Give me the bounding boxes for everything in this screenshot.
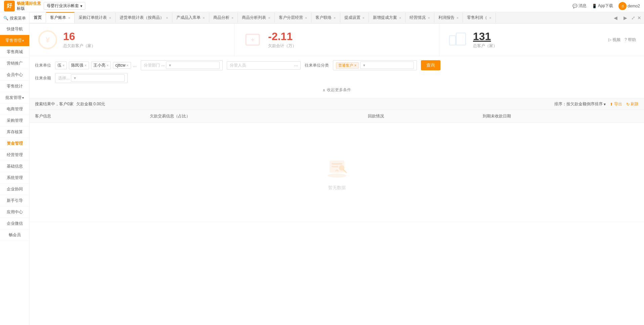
filter-tag-close-chen[interactable]: × [84,63,86,67]
stat-icon-debt: ¥ [38,30,58,50]
search-icon: 🔍 [3,16,8,21]
help-link[interactable]: ? 帮助 [625,37,636,43]
filter-tag-close-wang[interactable]: × [106,63,109,67]
table-head: 客户信息 欠款交易信息（占比） 回款情况 到期未收款日期 [30,110,644,123]
svg-text:¥: ¥ [46,36,50,44]
sidebar-item-retail-mgmt[interactable]: 零售管理 ▾ [0,35,29,46]
stat-label-customers: 总欠款客户（家） [63,43,95,49]
chevron-down-icon: ▾ [80,4,82,8]
tab-cost-inbound[interactable]: 产成品入库单 × [172,13,209,23]
video-link[interactable]: ▷ 视频 [608,37,620,43]
logo-icon: 好 [4,1,15,11]
stat-total-debt-amount: + -2.11 欠款合计（万） [234,24,439,56]
user-profile[interactable]: d demo2 [618,2,640,10]
sidebar-item-inventory[interactable]: 库存核算 [0,127,29,138]
tab-product-analysis-list[interactable]: 商品分析列表 × [238,13,274,23]
filter-balance-select[interactable]: 选择... ▾ [55,73,128,83]
sidebar-item-batch-mgmt[interactable]: 批发管理 ▾ [0,92,29,104]
sidebar-item-basic-info[interactable]: 基础信息 [0,161,29,172]
sidebar-search[interactable]: 🔍 搜索菜单 [0,12,29,24]
filter-tag-cjttcw: cjttcw × [113,62,131,69]
tab-prev-btn[interactable]: ◀ [612,15,619,21]
app-download-link[interactable]: 📱 App下载 [592,3,613,9]
sidebar-item-retail-mall[interactable]: 零售商城 [0,46,29,58]
filter-more-btn[interactable]: ... [133,63,137,68]
tab-boost-settings[interactable]: 提成设置 × [340,13,369,23]
cat-tag-close[interactable]: × [354,63,356,67]
table-header-row: 客户信息 欠款交易信息（占比） 回款情况 到期未收款日期 [30,110,644,123]
filter-row-1: 往来单位 伍 × 陈民强 × 王小亮 × [35,60,639,70]
filter-person-select[interactable]: 分管人员 ··· [227,61,301,70]
tab-home[interactable]: 首页 [30,13,46,23]
collapse-btn[interactable]: ∧ 收起更多条件 [35,86,639,94]
tab-close-retail-profit[interactable]: × [489,16,491,20]
refresh-button[interactable]: ↻ 刷新 [626,101,639,107]
filter-person-more: ··· [294,63,298,68]
tab-profit-report[interactable]: 利润报告 × [434,13,463,23]
stat-icon-total [447,30,468,50]
tab-close-cost-inbound[interactable]: × [203,16,205,20]
tab-close-new-boost-plan[interactable]: × [399,16,401,20]
tab-close-product-analysis[interactable]: × [231,16,233,20]
tab-product-analysis[interactable]: 商品分析 × [209,13,238,23]
stat-icon-amount: + [243,30,263,50]
sidebar-item-finance[interactable]: 资金管理 [0,138,29,149]
sidebar-item-enterprise-wechat[interactable]: 企业微信 [0,218,29,229]
query-button[interactable]: 查询 [421,60,440,70]
stat-value-total: 131 [473,31,497,42]
tab-close-customer-contact[interactable]: × [334,16,336,20]
sidebar-item-new-guide[interactable]: 新手引导 [0,195,29,207]
message-icon: 💬 [572,4,577,8]
tab-close-all-btn[interactable]: ✕ [637,15,641,21]
sidebar-item-operation[interactable]: 经营管理 [0,149,29,161]
tab-retail-profit[interactable]: 零售利润（ × [463,13,496,23]
sidebar-item-retail-stats[interactable]: 零售统计 [0,81,29,92]
empty-state: 暂无数据 [35,127,639,218]
tab-next-btn[interactable]: ▶ [621,15,629,21]
tab-close-operation-status[interactable]: × [428,16,430,20]
sidebar-item-marketing[interactable]: 营销推广 [0,58,29,69]
tab-inbound-stats[interactable]: 进货单统计表（按商品） × [116,13,172,23]
sort-button[interactable]: 排序：按欠款金额倒序排序 ▾ [554,101,606,107]
sidebar-item-app-center[interactable]: 应用中心 [0,207,29,218]
chevron-down-sort: ▾ [604,102,606,107]
search-result-right: 排序：按欠款金额倒序排序 ▾ ⬆ 导出 ↻ 刷新 [554,101,639,107]
filter-dept-select[interactable]: 分管部门 ··· ▾ [141,60,223,70]
filter-category-select[interactable]: 普通客户 × ▾ [333,60,417,70]
svg-point-6 [328,174,346,178]
tab-customer-tier[interactable]: 客户分层经营 × [275,13,311,23]
chevron-down-cat: ▾ [360,62,414,69]
tab-new-boost-plan[interactable]: 新增提成方案 × [369,13,405,23]
tab-close-customer-accounts[interactable]: × [68,16,70,20]
tab-purchase-order-stats[interactable]: 采购订单统计表 × [75,13,115,23]
filter-tag-close-wu[interactable]: × [62,63,65,67]
sidebar-item-system[interactable]: 系统管理 [0,172,29,184]
tab-bar: 首页 客户账本 × 采购订单统计表 × 进货单统计表（按商品） × 产成品入库单… [30,12,644,24]
stat-label-amount: 欠款合计（万） [268,43,296,49]
sidebar-item-ecommerce[interactable]: 电商管理 [0,104,29,115]
tab-close-product-analysis-list[interactable]: × [268,16,270,20]
tab-close-boost-settings[interactable]: × [362,16,364,20]
sidebar-item-purchase[interactable]: 采购管理 [0,115,29,127]
tab-maximize-btn[interactable]: ⤢ [631,15,635,21]
sidebar-item-premium-member[interactable]: 畅会员 [0,229,29,241]
tab-close-inbound-stats[interactable]: × [166,16,168,20]
message-link[interactable]: 💬 消息 [572,3,587,9]
export-button[interactable]: ⬆ 导出 [610,101,622,107]
filter-tag-chen: 陈民强 × [69,62,89,69]
table-empty-cell: 暂无数据 [30,123,644,222]
tab-close-purchase-order-stats[interactable]: × [109,16,111,20]
tab-customer-contact[interactable]: 客户联络 × [311,13,340,23]
filter-tag-close-cjttcw[interactable]: × [126,63,128,67]
filter-label-unit-category: 往来单位分类 [305,63,329,68]
header-left: 好 畅捷通好生意 标版 母婴行业演示帐套 ▾ [4,1,85,11]
sort-label: 排序：按欠款金额倒序排序 [554,101,603,107]
sidebar-item-member-center[interactable]: 会员中心 [0,69,29,81]
tab-operation-status[interactable]: 经营情况 × [405,13,434,23]
tab-close-profit-report[interactable]: × [457,16,459,20]
tab-customer-accounts[interactable]: 客户账本 × [46,12,75,23]
store-selector[interactable]: 母婴行业演示帐套 ▾ [44,2,85,10]
tab-close-customer-tier[interactable]: × [305,16,307,20]
sidebar-item-enterprise-coop[interactable]: 企业协同 [0,184,29,195]
sidebar-item-quick-nav[interactable]: 快捷导航 [0,24,29,35]
